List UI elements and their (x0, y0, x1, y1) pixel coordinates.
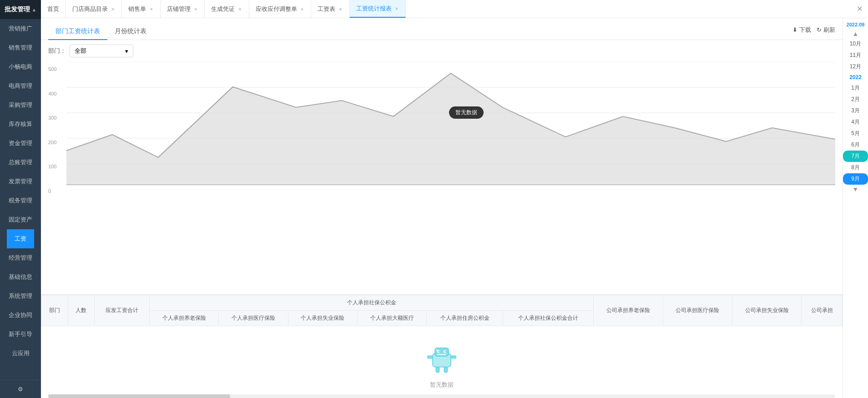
date-panel: 2022.09 ▲ 10月 11月 12月 2022 1月 2月 3月 4月 5… (843, 18, 868, 398)
tab-应收应付调整单[interactable]: 应收应付调整单× (249, 0, 311, 18)
refresh-label: 刷新 (823, 26, 835, 34)
col-personal-pension: 个人承担养老保险 (150, 311, 219, 326)
col-department: 部门 (41, 295, 68, 326)
sidebar-item-税务管理[interactable]: 税务管理 (7, 191, 34, 210)
date-month-9[interactable]: 9月 (843, 173, 868, 185)
tab-label: 工资统计报表 (356, 5, 392, 13)
empty-robot-icon (424, 344, 460, 376)
horizontal-scrollbar[interactable] (48, 394, 835, 398)
refresh-icon: ↻ (817, 26, 822, 33)
col-company-medical: 公司承担医疗保险 (663, 295, 732, 326)
date-month-3[interactable]: 3月 (843, 105, 868, 116)
col-personal-total: 个人承担社保公积金合计 (503, 311, 594, 326)
tab-生成凭证[interactable]: 生成凭证× (205, 0, 249, 18)
date-down-button[interactable]: ▼ (849, 185, 862, 194)
sidebar-item-云应用[interactable]: 云应用 (7, 344, 34, 363)
sidebar-item-经营管理[interactable]: 经营管理 (7, 248, 34, 267)
settings-icon: ⚙ (18, 386, 23, 393)
tab-close-icon[interactable]: × (237, 6, 242, 12)
sidebar-item-采购管理[interactable]: 采购管理 (7, 96, 34, 115)
sidebar-header[interactable]: 批发管理 ▲ (0, 0, 41, 19)
date-month-1[interactable]: 1月 (843, 82, 868, 94)
chart-svg (66, 62, 835, 189)
chart-y-labels: 500 400 300 200 100 0 (48, 62, 56, 198)
sidebar-settings-button[interactable]: ⚙ (0, 380, 41, 398)
col-company-pension: 公司承担养老保险 (594, 295, 663, 326)
col-company-unemployment: 公司承担失业保险 (732, 295, 801, 326)
date-month-7[interactable]: 7月 (843, 151, 868, 162)
date-month-2[interactable]: 2月 (843, 94, 868, 105)
col-personal-major-medical: 个人承担大额医疗 (358, 311, 427, 326)
content-wrapper: 部门工资统计表月份统计表 ⬇ 下载 ↻ 刷新 部门： 全部 ▾ (41, 18, 868, 398)
stats-table: 部门 人数 应发工资合计 个人承担社保公积金 公司承担养老保险 公司承担医疗保险… (41, 295, 843, 326)
date-month-8[interactable]: 8月 (843, 162, 868, 173)
col-company-other: 公司承担 (802, 295, 843, 326)
date-month-5[interactable]: 5月 (843, 128, 868, 139)
date-panel-current: 2022.09 (847, 22, 865, 27)
table-wrapper[interactable]: 部门 人数 应发工资合计 个人承担社保公积金 公司承担养老保险 公司承担医疗保险… (41, 294, 843, 394)
sidebar-item-销售管理[interactable]: 销售管理 (7, 38, 34, 57)
sidebar-item-电商管理[interactable]: 电商管理 (7, 76, 34, 96)
department-select[interactable]: 全部 ▾ (70, 45, 133, 57)
tab-close-icon[interactable]: × (111, 6, 115, 12)
close-all-tabs-button[interactable]: ✕ (851, 5, 868, 13)
tab-销售单[interactable]: 销售单× (122, 0, 160, 18)
sidebar-item-资金管理[interactable]: 资金管理 (7, 134, 34, 153)
sidebar-title: 批发管理 (5, 5, 30, 14)
date-month-4[interactable]: 4月 (843, 116, 868, 128)
tab-工资表[interactable]: 工资表× (311, 0, 349, 18)
tab-工资统计报表[interactable]: 工资统计报表× (350, 0, 406, 18)
page-content: 部门工资统计表月份统计表 ⬇ 下载 ↻ 刷新 部门： 全部 ▾ (41, 18, 843, 398)
tab-close-icon[interactable]: × (300, 6, 304, 12)
tab-店铺管理[interactable]: 店铺管理× (161, 0, 205, 18)
sidebar-item-企业协同[interactable]: 企业协同 (7, 306, 34, 325)
download-button[interactable]: ⬇ 下载 (792, 26, 811, 34)
tab-close-icon[interactable]: × (338, 6, 343, 12)
sidebar-item-固定资产[interactable]: 固定资产 (7, 210, 34, 229)
tab-门店商品目录[interactable]: 门店商品目录× (66, 0, 122, 18)
tab-label: 工资表 (318, 5, 335, 13)
tab-close-icon[interactable]: × (394, 6, 399, 11)
svg-rect-16 (436, 367, 439, 373)
tab-首页[interactable]: 首页 (41, 0, 66, 18)
svg-point-11 (439, 351, 440, 353)
svg-point-18 (435, 349, 439, 351)
refresh-button[interactable]: ↻ 刷新 (817, 26, 835, 34)
sidebar-item-库存核算[interactable]: 库存核算 (7, 115, 34, 134)
sidebar-item-总账管理[interactable]: 总账管理 (7, 153, 34, 172)
svg-rect-15 (451, 356, 456, 358)
sidebar-item-发票管理[interactable]: 发票管理 (7, 172, 34, 191)
date-month-10[interactable]: 10月 (843, 38, 868, 50)
col-personal-unemployment: 个人承担失业保险 (288, 311, 357, 326)
col-total-salary: 应发工资合计 (95, 295, 150, 326)
sidebar-item-工资[interactable]: 工资 (7, 229, 34, 248)
chart-container: 500 400 300 200 100 0 (48, 62, 835, 198)
tab-label: 门店商品目录 (72, 5, 108, 13)
tab-label: 生成凭证 (211, 5, 235, 13)
sidebar-item-小畅电商[interactable]: 小畅电商 (7, 57, 34, 76)
sidebar-item-基础信息[interactable]: 基础信息 (7, 267, 34, 287)
main-area: 首页门店商品目录×销售单×店铺管理×生成凭证×应收应付调整单×工资表×工资统计报… (41, 0, 868, 398)
scrollbar-thumb[interactable] (48, 394, 230, 398)
sidebar: 批发管理 ▲ 营销推广销售管理小畅电商电商管理采购管理库存核算资金管理总账管理发… (0, 0, 41, 398)
tab-close-icon[interactable]: × (193, 6, 198, 12)
col-personal-insurance-header: 个人承担社保公积金 (150, 295, 594, 311)
svg-marker-6 (66, 73, 835, 185)
sidebar-item-系统管理[interactable]: 系统管理 (7, 287, 34, 306)
sidebar-item-新手引导[interactable]: 新手引导 (7, 325, 34, 344)
sub-tab-部门工资统计表[interactable]: 部门工资统计表 (48, 24, 107, 40)
col-headcount: 人数 (68, 295, 95, 326)
sidebar-item-营销推广[interactable]: 营销推广 (7, 19, 34, 38)
date-month-6[interactable]: 6月 (843, 139, 868, 151)
date-year-2022[interactable]: 2022 (843, 72, 868, 82)
sub-tab-月份统计表[interactable]: 月份统计表 (107, 24, 154, 40)
filter-row: 部门： 全部 ▾ (41, 40, 843, 62)
department-select-value: 全部 (75, 47, 86, 55)
tab-close-icon[interactable]: × (149, 6, 153, 12)
tab-label: 应收应付调整单 (256, 5, 297, 13)
date-month-12[interactable]: 12月 (843, 61, 868, 72)
sub-tab-bar: 部门工资统计表月份统计表 ⬇ 下载 ↻ 刷新 (41, 18, 843, 40)
date-up-button[interactable]: ▲ (849, 29, 862, 38)
date-month-11[interactable]: 11月 (843, 50, 868, 61)
sidebar-collapse-icon: ▲ (32, 7, 36, 12)
